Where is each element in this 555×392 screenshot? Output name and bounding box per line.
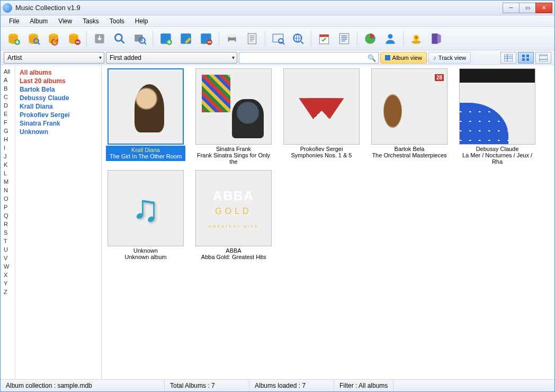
toolbar-browse[interactable] [268,29,288,48]
album-item[interactable]: ABBAGOLDGREATEST HITSABBAAbba Gold: Grea… [194,170,273,260]
filter-item-0[interactable]: All albums [20,68,97,77]
album-item[interactable]: Sinatra FrankFrank Sinatra Sings for Onl… [194,68,273,165]
toolbar-add-album[interactable] [156,29,175,48]
svg-rect-18 [229,40,235,44]
view-mode-list[interactable] [500,52,516,64]
filter-item-6[interactable]: Sinatra Frank [20,119,97,128]
filter-item-4[interactable]: Krall Diana [20,102,97,111]
window-buttons: ─ ▭ ✕ [503,3,552,13]
toolbar-delete-db[interactable] [64,29,83,48]
close-button[interactable]: ✕ [535,3,552,13]
toolbar-settings[interactable] [407,29,426,48]
album-cover[interactable] [459,68,535,145]
alpha-w[interactable]: W [1,262,15,271]
toolbar-schedule[interactable] [315,29,334,48]
alpha-i[interactable]: I [1,144,15,152]
album-cover[interactable]: ABBAGOLDGREATEST HITS [195,170,272,246]
alpha-e[interactable]: E [1,110,15,118]
filter-item-3[interactable]: Debussy Claude [20,94,97,102]
alpha-z[interactable]: Z [1,288,15,296]
alpha-a[interactable]: A [1,76,15,84]
toolbar-search-db[interactable] [24,29,43,48]
toolbar-import[interactable] [90,29,109,48]
artist-filter-list: All albumsLast 20 albumsBartok BelaDebus… [15,65,102,379]
album-cover[interactable] [195,68,272,145]
menu-file[interactable]: File [4,16,24,26]
search-input[interactable]: 🔍 [239,52,379,64]
toolbar-stats[interactable] [361,29,380,48]
menu-tools[interactable]: Tools [104,16,130,26]
album-cover[interactable] [108,68,184,145]
menu-view[interactable]: View [53,16,77,26]
album-item[interactable]: Krall DianaThe Girl In The Other Room [106,68,185,165]
svg-rect-17 [229,34,235,38]
maximize-button[interactable]: ▭ [519,3,536,13]
alpha-t[interactable]: T [1,237,15,245]
toolbar-print[interactable] [222,29,241,48]
toolbar-report[interactable] [243,29,262,48]
alpha-x[interactable]: X [1,271,15,279]
alpha-c[interactable]: C [1,93,15,101]
alpha-o[interactable]: O [1,194,15,203]
sort-combo[interactable]: First added [106,52,237,64]
alpha-v[interactable]: V [1,254,15,262]
alpha-q[interactable]: Q [1,211,15,220]
alpha-g[interactable]: G [1,127,15,135]
toolbar-new-db[interactable] [4,29,23,48]
filter-item-1[interactable]: Last 20 albums [20,77,97,85]
filter-item-2[interactable]: Bartok Bela [20,85,97,94]
view-mode-grid[interactable] [518,52,534,64]
alpha-n[interactable]: N [1,186,15,194]
toolbar-web-search[interactable] [289,29,308,48]
alpha-d[interactable]: D [1,101,15,110]
menu-tasks[interactable]: Tasks [77,16,104,26]
menu-album[interactable]: Album [24,16,53,26]
album-cover[interactable] [283,68,360,145]
album-item[interactable]: Bartok BelaThe Orchestral Masterpieces [370,68,449,165]
toolbar-user[interactable] [381,29,400,48]
album-view-button[interactable]: Album view [380,52,427,64]
filter-item-5[interactable]: Prokofiev Sergei [20,111,97,119]
alpha-u[interactable]: U [1,245,15,254]
status-bar: Album collection : sample.mdb Total Albu… [1,380,554,391]
minimize-button[interactable]: ─ [503,3,520,13]
alpha-all[interactable]: All [1,67,15,76]
album-artist: ABBA [194,247,273,254]
svg-rect-33 [522,55,525,57]
alpha-k[interactable]: K [1,161,15,169]
menu-help[interactable]: Help [130,16,154,26]
filter-field-combo[interactable]: Artist [4,52,104,64]
filter-item-7[interactable]: Unknown [20,128,97,136]
alpha-h[interactable]: H [1,135,15,144]
album-title: The Orchestral Masterpieces [370,152,449,158]
alpha-j[interactable]: J [1,152,15,161]
alpha-m[interactable]: M [1,177,15,186]
toolbar-find-folder[interactable] [130,29,149,48]
filter-bar: Artist First added 🔍 Album view ♪Track v… [1,50,554,65]
toolbar-find[interactable] [110,29,129,48]
album-item[interactable]: Prokofiev SergeiSymphonies Nos. 1 & 5 [282,68,361,165]
alpha-p[interactable]: P [1,203,15,211]
alpha-b[interactable]: B [1,84,15,93]
view-mode-detail[interactable] [535,52,551,64]
alpha-f[interactable]: F [1,118,15,127]
album-artist: Debussy Claude [458,146,537,152]
alpha-l[interactable]: L [1,169,15,177]
alpha-index: AllABCDEFGHIJKLMNOPQRSTUVWXYZ [1,65,15,379]
toolbar-exit[interactable] [427,29,446,48]
toolbar-remove-album[interactable] [196,29,216,48]
alpha-s[interactable]: S [1,228,15,237]
menu-bar: File Album View Tasks Tools Help [1,15,554,27]
album-item[interactable]: UnknownUnknown album [106,170,185,260]
album-item[interactable]: Debussy ClaudeLa Mer / Nocturnes / Jeux … [458,68,537,165]
toolbar-refresh-db[interactable] [44,29,63,48]
toolbar-edit-album[interactable] [176,29,195,48]
app-icon [3,3,12,13]
album-cover[interactable] [108,170,184,246]
alpha-y[interactable]: Y [1,279,15,288]
search-icon: 🔍 [368,54,376,62]
album-cover[interactable] [371,68,447,145]
alpha-r[interactable]: R [1,220,15,228]
toolbar-list[interactable] [335,29,354,48]
track-view-button[interactable]: ♪Track view [428,52,471,64]
